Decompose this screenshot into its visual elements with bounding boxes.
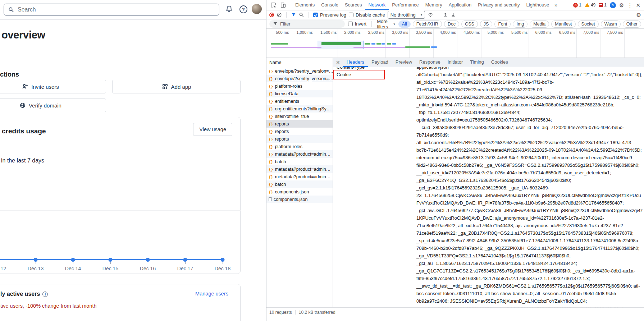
filter-type-socket[interactable]: Socket: [578, 20, 599, 28]
kebab-menu-icon[interactable]: ⋮: [627, 3, 632, 8]
devtools-tab-console[interactable]: Console: [318, 0, 342, 10]
quick-actions-heading: ctions: [0, 71, 19, 78]
devtools-tab-privacy-and-security[interactable]: Privacy and security: [475, 0, 523, 10]
sync-icon[interactable]: ↻: [610, 2, 616, 8]
request-row[interactable]: {}platform-roles: [266, 82, 333, 90]
network-settings-gear-icon[interactable]: ⚙: [636, 12, 641, 18]
view-usage-button[interactable]: View usage: [193, 123, 232, 136]
chart-axis-tick: [110, 262, 111, 264]
inspect-element-icon[interactable]: [270, 2, 277, 8]
devtools-tab-performance[interactable]: Performance: [389, 0, 422, 10]
request-name: batch: [275, 182, 286, 187]
request-row[interactable]: {}batch: [266, 158, 333, 165]
record-network-log-button[interactable]: [269, 13, 274, 17]
clear-network-log-icon[interactable]: [277, 12, 282, 18]
request-row[interactable]: {}envelope/?sentry_version=…: [266, 75, 333, 82]
filter-type-css[interactable]: CSS: [461, 20, 478, 28]
detail-tab-preview[interactable]: Preview: [392, 58, 416, 67]
detail-tab-timing[interactable]: Timing: [466, 58, 488, 67]
info-icon[interactable]: i: [42, 292, 48, 297]
request-row[interactable]: components.json: [266, 196, 333, 203]
filter-toggle-icon[interactable]: [291, 12, 296, 18]
waterfall-segment: [387, 43, 391, 45]
export-har-icon[interactable]: [451, 12, 456, 18]
preserve-log-checkbox[interactable]: Preserve log: [313, 12, 346, 18]
chart-x-label: Dec 15: [102, 266, 118, 271]
request-row[interactable]: {}org-entitlements?billingSy…: [266, 105, 333, 113]
search-network-icon[interactable]: [299, 12, 304, 18]
devtools-tab-sources[interactable]: Sources: [342, 0, 365, 10]
globe-icon: [19, 102, 26, 109]
request-row[interactable]: {}sites?offline=true: [266, 113, 333, 120]
request-row[interactable]: {}entitlements: [266, 97, 333, 105]
close-devtools-icon[interactable]: ✕: [636, 3, 640, 8]
request-row[interactable]: {}licenseData: [266, 90, 333, 97]
header-value: application/json: [416, 67, 644, 71]
filter-type-wasm[interactable]: Wasm: [601, 20, 621, 28]
manage-users-link[interactable]: Manage users: [195, 291, 228, 297]
devtools-tab-network[interactable]: Network: [365, 0, 389, 10]
request-row[interactable]: {}platform-roles: [266, 143, 333, 150]
invert-checkbox[interactable]: Invert: [348, 21, 367, 27]
filter-type-img[interactable]: Img: [513, 20, 527, 28]
devtools-tab-elements[interactable]: Elements: [292, 0, 318, 10]
bell-icon[interactable]: [225, 5, 233, 13]
request-row[interactable]: {}batch: [266, 180, 333, 188]
chart-x-label: Dec 16: [140, 266, 156, 271]
devtools-tab-application[interactable]: Application: [446, 0, 475, 10]
device-toolbar-icon[interactable]: [280, 2, 286, 8]
filter-type-all[interactable]: All: [398, 20, 411, 28]
add-app-icon: [162, 83, 168, 90]
search-field[interactable]: [17, 6, 215, 13]
verify-domain-button[interactable]: Verify domain: [0, 98, 106, 112]
network-overview-timeline[interactable]: 500 ms1,000 ms1,500 ms2,000 ms2,500 ms3,…: [266, 29, 644, 58]
error-badge[interactable]: ✕1: [573, 3, 581, 8]
request-row[interactable]: {}envelope/?sentry_version=…: [266, 67, 333, 75]
timeline-tick: 4,000 ms: [434, 29, 457, 58]
waterfall-segment: [431, 46, 437, 48]
request-row[interactable]: {}metadata?product=admin…: [266, 165, 333, 173]
timeline-tick: 6,000 ms: [529, 29, 553, 58]
request-name: reports: [275, 137, 289, 142]
filter-type-js[interactable]: JS: [480, 20, 493, 28]
devtools-tab-memory[interactable]: Memory: [422, 0, 446, 10]
throttling-select[interactable]: No throttling▾: [388, 11, 425, 19]
detail-tab-initiator[interactable]: Initiator: [444, 58, 467, 67]
disable-cache-checkbox[interactable]: Disable cache: [349, 12, 385, 18]
issues-badge[interactable]: 1: [599, 3, 607, 8]
import-har-icon[interactable]: [443, 12, 448, 18]
filter-type-media[interactable]: Media: [530, 20, 549, 28]
warning-badge[interactable]: 49: [585, 3, 595, 8]
name-column-header[interactable]: Name: [266, 58, 333, 67]
invite-users-button[interactable]: Invite users: [0, 80, 106, 93]
filter-type-fetch-xhr[interactable]: Fetch/XHR: [413, 20, 442, 28]
search-input[interactable]: [4, 4, 219, 16]
request-row[interactable]: {}metadata?product=admin…: [266, 173, 333, 180]
request-row[interactable]: {}reports: [266, 120, 333, 128]
devtools-panel: ElementsConsoleSourcesNetworkPerformance…: [266, 0, 644, 321]
settings-gear-icon[interactable]: ⚙: [619, 3, 624, 8]
filter-type-other[interactable]: Other: [623, 20, 641, 28]
request-name: metadata?product=admin…: [275, 167, 331, 172]
request-row[interactable]: {}components.json: [266, 188, 333, 196]
detail-tab-response[interactable]: Response: [416, 58, 444, 67]
request-row[interactable]: {}reports: [266, 128, 333, 135]
more-tabs-icon[interactable]: »: [554, 2, 557, 8]
json-resource-icon: {}: [269, 122, 273, 126]
detail-tab-headers[interactable]: Headers: [343, 58, 368, 67]
close-detail-icon[interactable]: ✕: [336, 60, 340, 65]
filter-type-font[interactable]: Font: [494, 20, 511, 28]
detail-tab-cookies[interactable]: Cookies: [488, 58, 512, 67]
avatar[interactable]: [252, 4, 262, 14]
more-filters-dropdown[interactable]: More filters▾: [377, 19, 395, 29]
devtools-tab-lighthouse[interactable]: Lighthouse: [523, 0, 553, 10]
request-row[interactable]: {}metadata?product=admin…: [266, 150, 333, 158]
add-app-button[interactable]: Add app: [112, 80, 241, 93]
request-row[interactable]: {}reports: [266, 135, 333, 143]
network-filter-input[interactable]: Filter: [269, 20, 345, 28]
filter-type-doc[interactable]: Doc: [444, 20, 459, 28]
network-conditions-icon[interactable]: [428, 12, 434, 18]
detail-tab-payload[interactable]: Payload: [368, 58, 392, 67]
filter-type-manifest[interactable]: Manifest: [551, 20, 575, 28]
help-icon[interactable]: ?: [239, 5, 247, 13]
